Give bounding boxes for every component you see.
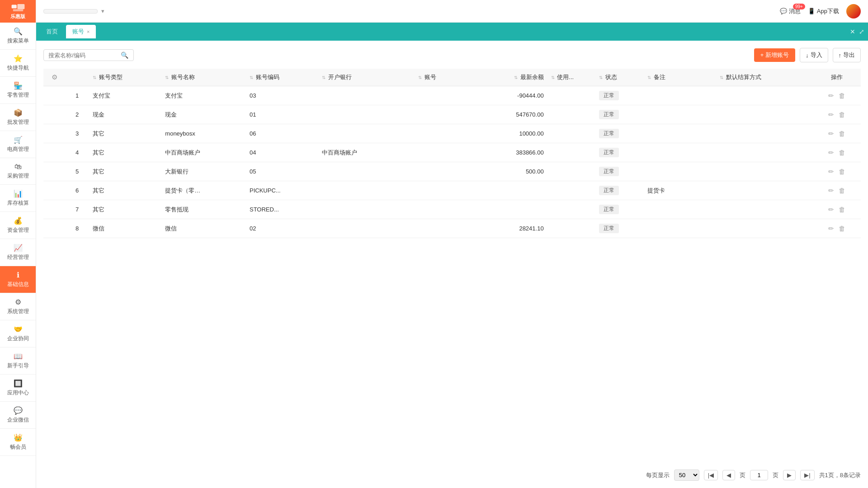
sidebar-item-wholesale-mgmt[interactable]: 📦 批发管理 bbox=[0, 104, 36, 131]
last-page-button[interactable]: ▶| bbox=[800, 470, 814, 480]
status-badge: 正常 bbox=[599, 205, 619, 214]
edit-icon[interactable]: ✏ bbox=[828, 92, 834, 100]
system-icon: ⚙ bbox=[15, 298, 21, 306]
sidebar-item-label: 畅会员 bbox=[10, 443, 26, 451]
col-use-header[interactable]: ⇅ 使用... bbox=[547, 69, 596, 86]
toolbar: 🔍 + 新增账号 ↓ 导入 ↑ 导出 bbox=[43, 48, 861, 62]
row-use bbox=[547, 219, 596, 238]
sidebar-item-newbie-guide[interactable]: 📖 新手引导 bbox=[0, 347, 36, 375]
user-avatar[interactable] bbox=[846, 4, 861, 19]
message-icon: 💬 bbox=[780, 8, 787, 14]
top-dropdown-icon[interactable]: ▾ bbox=[101, 8, 104, 14]
edit-icon[interactable]: ✏ bbox=[828, 111, 834, 119]
sidebar-item-finance-mgmt[interactable]: 💰 资金管理 bbox=[0, 212, 36, 239]
edit-icon[interactable]: ✏ bbox=[828, 130, 834, 138]
edit-icon[interactable]: ✏ bbox=[828, 168, 834, 176]
row-balance: 500.00 bbox=[475, 162, 547, 181]
prev-page-button[interactable]: ◀ bbox=[722, 470, 735, 480]
export-button[interactable]: ↑ 导出 bbox=[833, 48, 861, 62]
edit-icon[interactable]: ✏ bbox=[828, 206, 834, 214]
operations-icon: 📈 bbox=[14, 244, 23, 252]
col-bank-header[interactable]: ⇅ 开户银行 bbox=[318, 69, 415, 86]
per-page-select[interactable]: 50 100 bbox=[674, 469, 699, 481]
delete-icon[interactable]: 🗑 bbox=[839, 149, 845, 157]
col-settings-header[interactable]: ⚙ bbox=[43, 69, 65, 86]
app-center-icon: 🔲 bbox=[14, 379, 23, 388]
page-label-end: 页 bbox=[773, 471, 778, 479]
edit-icon[interactable]: ✏ bbox=[828, 225, 834, 233]
row-bank bbox=[318, 86, 415, 105]
row-settings bbox=[43, 162, 65, 181]
row-settings bbox=[43, 105, 65, 124]
row-name: 现金 bbox=[161, 105, 246, 124]
tab-account[interactable]: 账号 × bbox=[66, 25, 96, 38]
sidebar: 乐惠版 🔍 搜索菜单 ⭐ 快捷导航 🏪 零售管理 📦 批发管理 🛒 电商管理 🛍… bbox=[0, 0, 36, 488]
delete-icon[interactable]: 🗑 bbox=[839, 92, 845, 100]
row-default bbox=[716, 105, 812, 124]
inventory-icon: 📊 bbox=[14, 189, 23, 198]
sidebar-item-enterprise-agreement[interactable]: 🤝 企业协同 bbox=[0, 320, 36, 347]
delete-icon[interactable]: 🗑 bbox=[839, 168, 845, 176]
search-input[interactable] bbox=[48, 52, 121, 59]
wholesale-icon: 📦 bbox=[14, 108, 23, 117]
row-name: 中百商场账户 bbox=[161, 143, 246, 162]
settings-gear-icon[interactable]: ⚙ bbox=[52, 73, 57, 81]
delete-icon[interactable]: 🗑 bbox=[839, 187, 845, 195]
tab-action-close[interactable]: ✕ bbox=[850, 28, 855, 35]
col-account-header[interactable]: ⇅ 账号 bbox=[415, 69, 475, 86]
delete-icon[interactable]: 🗑 bbox=[839, 225, 845, 233]
col-name-header[interactable]: ⇅ 账号名称 bbox=[161, 69, 246, 86]
next-page-button[interactable]: ▶ bbox=[783, 470, 796, 480]
delete-icon[interactable]: 🗑 bbox=[839, 111, 845, 119]
sort-icon-account: ⇅ bbox=[418, 75, 422, 80]
sidebar-item-ecommerce-mgmt[interactable]: 🛒 电商管理 bbox=[0, 131, 36, 158]
row-use bbox=[547, 124, 596, 143]
row-code: 02 bbox=[246, 219, 318, 238]
page-input[interactable] bbox=[750, 470, 768, 480]
tab-home[interactable]: 首页 bbox=[40, 25, 64, 38]
row-account bbox=[415, 86, 475, 105]
sidebar-item-retail-mgmt[interactable]: 🏪 零售管理 bbox=[0, 77, 36, 104]
sidebar-item-basic-info[interactable]: ℹ 基础信息 bbox=[0, 266, 36, 293]
sidebar-item-system-mgmt[interactable]: ⚙ 系统管理 bbox=[0, 293, 36, 320]
col-balance-header[interactable]: ⇅ 最新余额 bbox=[475, 69, 547, 86]
sidebar-item-app-center[interactable]: 🔲 应用中心 bbox=[0, 375, 36, 402]
app-download-button[interactable]: 📱 App下载 bbox=[808, 7, 839, 15]
edit-icon[interactable]: ✏ bbox=[828, 187, 834, 195]
row-settings bbox=[43, 200, 65, 219]
row-type: 其它 bbox=[89, 162, 161, 181]
row-settings bbox=[43, 219, 65, 238]
col-code-header[interactable]: ⇅ 账号编码 bbox=[246, 69, 318, 86]
sidebar-item-enterprise-wechat[interactable]: 💬 企业微信 bbox=[0, 402, 36, 429]
search-menu-icon: 🔍 bbox=[14, 27, 23, 36]
table-row: 5 其它 大新银行 05 500.00 正常 ✏ 🗑 bbox=[43, 162, 861, 181]
col-remark-header[interactable]: ⇅ 备注 bbox=[644, 69, 716, 86]
message-button[interactable]: 💬 消息 99+ bbox=[780, 7, 801, 15]
col-status-header[interactable]: ⇅ 状态 bbox=[595, 69, 644, 86]
status-badge: 正常 bbox=[599, 167, 619, 176]
add-account-button[interactable]: + 新增账号 bbox=[754, 48, 795, 62]
account-table-wrap: ⚙ ⇅ 账号类型 ⇅ 账号名称 ⇅ 账号编码 bbox=[43, 69, 861, 464]
app-logo[interactable]: 乐惠版 bbox=[0, 0, 36, 23]
sidebar-item-quick-nav[interactable]: ⭐ 快捷导航 bbox=[0, 50, 36, 77]
vip-icon: 👑 bbox=[14, 433, 23, 442]
col-type-header[interactable]: ⇅ 账号类型 bbox=[89, 69, 161, 86]
search-icon[interactable]: 🔍 bbox=[121, 52, 128, 59]
tab-action-expand[interactable]: ⤢ bbox=[859, 28, 864, 35]
edit-icon[interactable]: ✏ bbox=[828, 149, 834, 157]
first-page-button[interactable]: |◀ bbox=[704, 470, 718, 480]
sidebar-item-operations-mgmt[interactable]: 📈 经营管理 bbox=[0, 239, 36, 266]
page-label: 页 bbox=[740, 471, 745, 479]
delete-icon[interactable]: 🗑 bbox=[839, 130, 845, 138]
row-balance: 10000.00 bbox=[475, 124, 547, 143]
tab-close-icon[interactable]: × bbox=[87, 29, 90, 34]
sidebar-item-inventory[interactable]: 📊 库存核算 bbox=[0, 185, 36, 212]
sidebar-item-purchase-mgmt[interactable]: 🛍 采购管理 bbox=[0, 158, 36, 185]
delete-icon[interactable]: 🗑 bbox=[839, 206, 845, 214]
import-button[interactable]: ↓ 导入 bbox=[800, 48, 828, 62]
sidebar-item-search-menu[interactable]: 🔍 搜索菜单 bbox=[0, 23, 36, 50]
sidebar-item-vip-member[interactable]: 👑 畅会员 bbox=[0, 429, 36, 456]
sidebar-item-label: 应用中心 bbox=[7, 389, 29, 397]
col-default-header[interactable]: ⇅ 默认结算方式 bbox=[716, 69, 812, 86]
row-name: 支付宝 bbox=[161, 86, 246, 105]
